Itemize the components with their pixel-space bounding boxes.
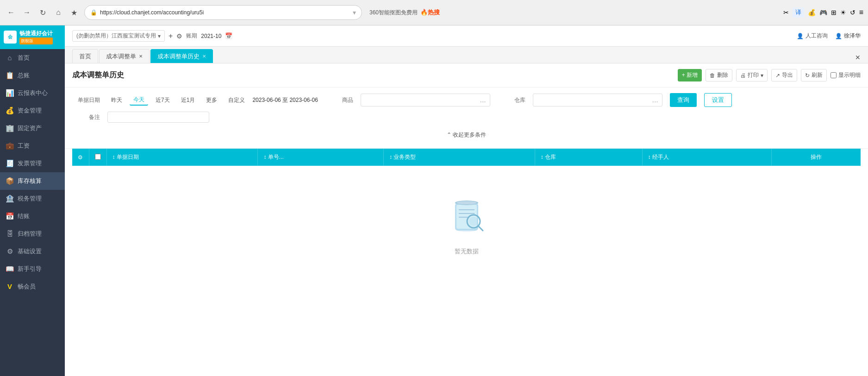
th-handler-label: ↕ 经手人 (648, 154, 669, 160)
th-checkbox[interactable] (89, 149, 106, 166)
user-avatar: 👤 (835, 33, 842, 39)
grid-icon[interactable]: ⊞ (831, 9, 837, 16)
goods-dots[interactable]: ... (480, 96, 486, 104)
company-selector[interactable]: (勿删勿禁用）江西服宝测试专用 ▾ (72, 30, 165, 42)
refresh-button[interactable]: ↻ 刷新 (801, 69, 827, 81)
export-button[interactable]: ↗ 导出 (771, 69, 797, 81)
sidebar-item-fixed-assets[interactable]: 🏢 固定资产 (0, 119, 65, 137)
more-btn[interactable]: 更多 (202, 95, 221, 105)
svg-point-10 (456, 201, 477, 205)
th-actions: 操作 (771, 149, 861, 166)
user-menu[interactable]: 👤 徐泽华 (835, 32, 861, 40)
tab-cost-adjust[interactable]: 成本调整单 ✕ (99, 49, 150, 63)
sidebar-item-label: 基础设置 (18, 247, 42, 256)
sidebar-logo[interactable]: 会 畅捷通好会计 旗舰版 (0, 25, 65, 49)
th-handler[interactable]: ↕ 经手人 (642, 149, 771, 166)
ledger-icon: 📋 (6, 71, 14, 80)
new-button[interactable]: + 新增 (678, 69, 702, 81)
sidebar: 会 畅捷通好会计 旗舰版 ⌂ 首页 📋 总账 📊 云报表中心 💰 资金管理 🏢 … (0, 25, 65, 376)
sidebar-item-home[interactable]: ⌂ 首页 (0, 49, 65, 67)
last7days-btn[interactable]: 近7天 (152, 95, 174, 105)
tab-home[interactable]: 首页 (72, 49, 98, 63)
show-detail-input[interactable] (831, 72, 837, 78)
refresh-label: 刷新 (812, 71, 823, 79)
settings-icon-topbar[interactable]: ⚙ (176, 32, 182, 40)
top-bar-left: (勿删勿禁用）江西服宝测试专用 ▾ + ⚙ 账期 2021-10 📅 (72, 30, 789, 42)
close-all-btn[interactable]: ✕ (855, 54, 861, 63)
translate-btn[interactable]: 译 (793, 7, 804, 18)
note-input[interactable] (107, 112, 209, 123)
custom-btn[interactable]: 自定义 (225, 95, 249, 105)
print-dropdown-icon: ▾ (761, 72, 763, 79)
sidebar-item-tax[interactable]: 🏦 税务管理 (0, 190, 65, 207)
today-btn[interactable]: 今天 (130, 95, 148, 106)
sidebar-item-invoice[interactable]: 🧾 发票管理 (0, 155, 65, 172)
table-container: ⚙ ↕ 单据日期 ↕ 单号... ↕ 业务类型 (65, 149, 868, 291)
brightness-icon[interactable]: ☀ (840, 9, 846, 16)
add-company-btn[interactable]: + (169, 32, 173, 40)
address-dropdown-icon[interactable]: ▾ (353, 9, 356, 16)
consult-label: 人工咨询 (806, 32, 828, 40)
archive-icon: 🗄 (6, 230, 14, 238)
star-button[interactable]: ★ (68, 6, 81, 19)
search-tool: 360智能抠图免费用 (369, 9, 418, 17)
query-button[interactable]: 查询 (670, 93, 697, 107)
th-biz-type[interactable]: ↕ 业务类型 (383, 149, 535, 166)
sidebar-item-ledger[interactable]: 📋 总账 (0, 67, 65, 84)
settings-button[interactable]: 设置 (704, 93, 732, 107)
th-date[interactable]: ↕ 单据日期 (106, 149, 258, 166)
sidebar-item-settings[interactable]: ⚙ 基础设置 (0, 243, 65, 260)
back-button[interactable]: ← (5, 6, 18, 19)
svg-point-7 (469, 217, 478, 226)
consult-icon: 👤 (797, 33, 804, 39)
print-button[interactable]: 🖨 打印 ▾ (736, 69, 768, 81)
address-bar[interactable]: 🔒 https://cloud.chanjet.com/accounting/u… (84, 5, 362, 20)
th-warehouse[interactable]: ↕ 仓库 (535, 149, 642, 166)
game-icon[interactable]: 🎮 (819, 9, 827, 16)
collapse-btn[interactable]: ⌃ 收起更多条件 (447, 131, 486, 139)
browser-right-tools: ✂ 译 💰 🎮 ⊞ ☀ ↺ ≡ (783, 7, 863, 18)
home-button[interactable]: ⌂ (52, 6, 65, 19)
sidebar-item-archive[interactable]: 🗄 归档管理 (0, 225, 65, 243)
guide-icon: 📖 (6, 265, 14, 273)
sidebar-item-payroll[interactable]: 💼 工资 (0, 137, 65, 155)
tab-cost-adjust-history[interactable]: 成本调整单历史 ✕ (150, 49, 213, 63)
delete-label: 删除 (717, 71, 728, 79)
menu-icon[interactable]: ≡ (859, 8, 863, 17)
inventory-icon: 📦 (6, 177, 14, 185)
refresh-button[interactable]: ↻ (36, 6, 49, 19)
undo-icon[interactable]: ↺ (850, 9, 856, 16)
calendar-icon[interactable]: 📅 (225, 32, 232, 39)
sidebar-item-funds[interactable]: 💰 资金管理 (0, 102, 65, 119)
last1month-btn[interactable]: 近1月 (177, 95, 199, 105)
sidebar-item-reports[interactable]: 📊 云报表中心 (0, 84, 65, 102)
consult-btn[interactable]: 👤 人工咨询 (797, 32, 828, 40)
sidebar-item-label: 畅会员 (18, 282, 36, 291)
th-number[interactable]: ↕ 单号... (258, 149, 383, 166)
sidebar-item-label: 云报表中心 (18, 89, 48, 97)
tab-close-cost-adjust[interactable]: ✕ (139, 54, 143, 59)
empty-state: 暂无数据 (72, 166, 861, 283)
goods-selector[interactable]: ... (361, 94, 490, 107)
yesterday-btn[interactable]: 昨天 (107, 95, 126, 105)
tab-close-history[interactable]: ✕ (202, 54, 206, 59)
browser-extras: 360智能抠图免费用 🔥热搜 (369, 8, 440, 17)
delete-button[interactable]: 🗑 删除 (706, 69, 732, 81)
scissors-icon[interactable]: ✂ (783, 9, 789, 16)
top-bar: (勿删勿禁用）江西服宝测试专用 ▾ + ⚙ 账期 2021-10 📅 👤 人工咨… (65, 25, 868, 47)
tabs-bar: 首页 成本调整单 ✕ 成本调整单历史 ✕ ✕ (65, 47, 868, 63)
th-gear[interactable]: ⚙ (72, 149, 89, 166)
select-all-checkbox[interactable] (95, 154, 101, 160)
sidebar-item-guide[interactable]: 📖 新手引导 (0, 260, 65, 278)
hot-search-label[interactable]: 🔥热搜 (420, 8, 440, 17)
show-detail-checkbox[interactable]: 显示明细 (831, 71, 861, 79)
address-text: https://cloud.chanjet.com/accounting/uru… (100, 9, 204, 16)
warehouse-dots[interactable]: ... (652, 96, 658, 104)
logo-badge: 旗舰版 (19, 38, 53, 44)
sidebar-item-vip[interactable]: V 畅会员 (0, 278, 65, 295)
forward-button[interactable]: → (20, 6, 33, 19)
sidebar-item-inventory[interactable]: 📦 库存核算 (0, 172, 65, 190)
warehouse-selector[interactable]: ... (533, 94, 662, 107)
wallet-icon[interactable]: 💰 (808, 9, 816, 16)
sidebar-item-period-end[interactable]: 📅 结账 (0, 207, 65, 225)
